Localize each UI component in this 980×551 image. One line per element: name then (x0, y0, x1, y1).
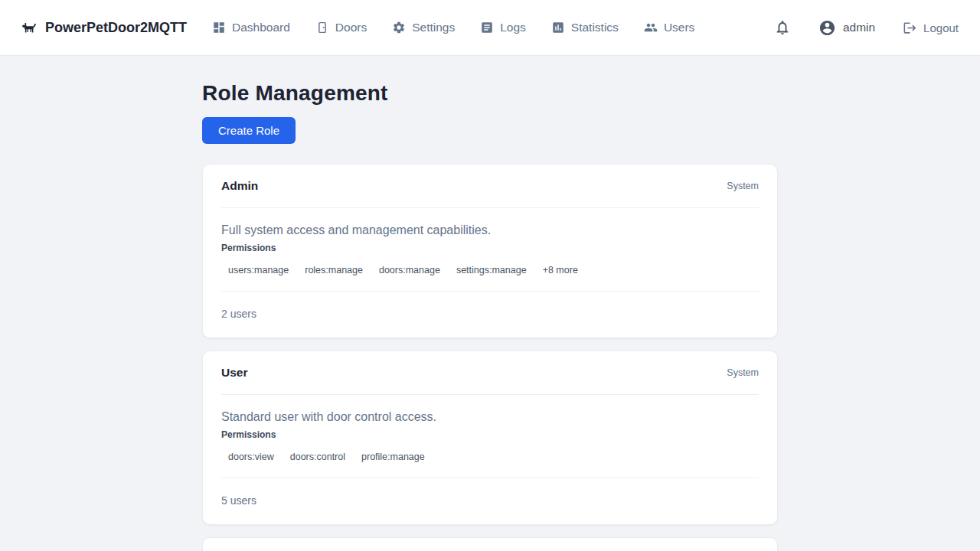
main-content: Role Management Create Role AdminSystemF… (202, 81, 778, 551)
permission-chip: users:manage (228, 265, 289, 276)
role-description: Full system access and management capabi… (221, 223, 759, 237)
settings-icon (392, 21, 406, 34)
permission-chip: +8 more (543, 265, 578, 276)
role-card: UserSystemStandard user with door contro… (202, 350, 778, 525)
username-label: admin (843, 21, 875, 34)
nav-item-label: Users (664, 21, 694, 34)
users-icon (644, 21, 658, 34)
permissions-list: doors:viewdoors:controlprofile:manage (221, 450, 759, 465)
logout-label: Logout (923, 21, 959, 34)
role-user-count: 2 users (221, 291, 759, 337)
role-card (202, 537, 778, 551)
nav-item-label: Logs (500, 21, 526, 34)
role-system-badge: System (727, 367, 759, 378)
logs-icon (480, 21, 494, 34)
app-title: PowerPetDoor2MQTT (45, 20, 187, 36)
app-brand: PowerPetDoor2MQTT (21, 20, 187, 36)
logout-icon (903, 21, 917, 35)
role-user-count: 5 users (221, 478, 759, 524)
permission-chip: profile:manage (361, 452, 425, 462)
nav-item-settings[interactable]: Settings (392, 21, 455, 34)
nav-item-doors[interactable]: Doors (315, 21, 367, 34)
avatar-icon (818, 19, 836, 37)
permissions-label: Permissions (221, 429, 759, 440)
role-card-header: AdminSystem (221, 165, 759, 208)
create-role-button[interactable]: Create Role (202, 117, 296, 144)
role-card: AdminSystemFull system access and manage… (202, 164, 778, 338)
topbar-right-cluster: admin Logout (774, 19, 959, 37)
nav-item-label: Dashboard (232, 21, 290, 34)
dog-icon (21, 20, 38, 36)
role-description: Standard user with door control access. (221, 410, 759, 424)
top-navigation-bar: PowerPetDoor2MQTT DashboardDoorsSettings… (0, 0, 980, 56)
permission-chip: doors:manage (379, 265, 440, 276)
page-title: Role Management (202, 81, 778, 106)
statistics-icon (551, 21, 565, 34)
role-system-badge: System (727, 181, 759, 191)
nav-item-users[interactable]: Users (644, 21, 694, 34)
logout-button[interactable]: Logout (903, 21, 959, 35)
nav-item-label: Doors (335, 21, 367, 34)
role-name: User (221, 366, 247, 380)
permission-chip: settings:manage (456, 265, 527, 276)
role-card-list: AdminSystemFull system access and manage… (202, 164, 778, 551)
nav-item-label: Settings (412, 21, 455, 34)
door-icon (315, 21, 329, 34)
role-name: Admin (221, 179, 258, 193)
bell-icon (774, 19, 791, 36)
permissions-label: Permissions (221, 243, 759, 253)
nav-item-logs[interactable]: Logs (480, 21, 526, 34)
dashboard-icon (212, 21, 226, 34)
nav-item-statistics[interactable]: Statistics (551, 21, 619, 34)
permission-chip: roles:manage (305, 265, 363, 276)
role-card-header: UserSystem (221, 351, 759, 395)
permission-chip: doors:view (228, 452, 274, 462)
nav-item-dashboard[interactable]: Dashboard (212, 21, 290, 34)
permissions-list: users:manageroles:managedoors:managesett… (221, 263, 759, 279)
role-card-body: Standard user with door control access.P… (221, 395, 759, 478)
main-nav: DashboardDoorsSettingsLogsStatisticsUser… (212, 21, 694, 34)
user-menu[interactable]: admin (818, 19, 875, 37)
notifications-button[interactable] (774, 19, 791, 36)
role-card-body: Full system access and management capabi… (221, 208, 759, 291)
permission-chip: doors:control (290, 452, 345, 462)
nav-item-label: Statistics (571, 21, 619, 34)
